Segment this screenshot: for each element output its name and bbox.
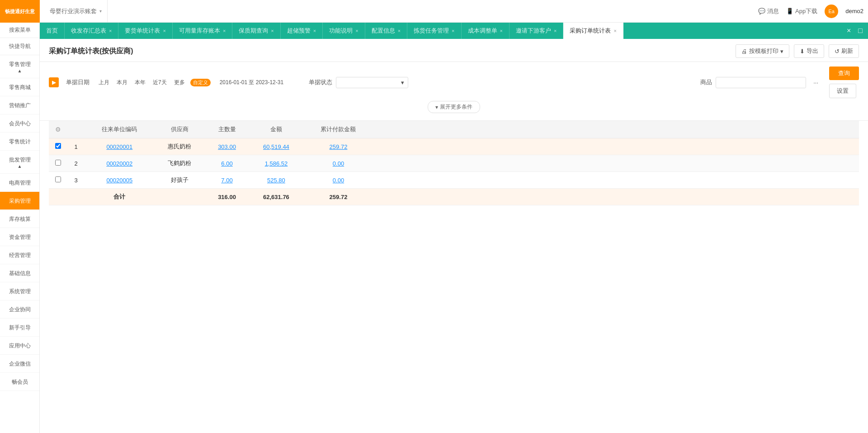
date-custom-badge[interactable]: 自定义 — [190, 79, 211, 86]
cell-payment-3[interactable]: 0.00 — [304, 172, 373, 189]
cell-quantity-3[interactable]: 7.00 — [205, 172, 248, 189]
query-button[interactable]: 查询 — [829, 67, 859, 80]
sidebar-item-operation[interactable]: 经营管理 — [0, 246, 39, 264]
sidebar-item-label-retail-mall: 零售商城 — [9, 84, 31, 91]
cell-checkbox-3[interactable] — [49, 172, 67, 189]
tab-invite-downstream[interactable]: 邀请下游客户× — [509, 23, 563, 39]
tab-close-purchase-order-summary[interactable]: × — [613, 28, 616, 33]
th-cumulative-payment: 累计付款金额 — [304, 121, 373, 138]
tab-cost-adjustment[interactable]: 成本调整单× — [462, 23, 509, 39]
sidebar-item-enterprise-wechat[interactable]: 企业微信 — [0, 355, 39, 373]
user-name[interactable]: demo2 — [845, 8, 863, 14]
row-checkbox-1[interactable] — [55, 143, 61, 149]
row-checkbox-3[interactable] — [55, 176, 61, 182]
cell-supplier-3: 好孩子 — [154, 172, 206, 189]
app-download-icon: 📱 — [786, 8, 793, 14]
tab-close-config-info[interactable]: × — [398, 28, 401, 33]
tab-available-inventory[interactable]: 可用量库存账本× — [173, 23, 232, 39]
footer-label-cell: 合计 — [85, 189, 154, 205]
filter-toggle-button[interactable]: ▶ — [49, 77, 59, 87]
sidebar-item-purchase-management[interactable]: 采购管理 — [0, 192, 39, 210]
sidebar-item-member[interactable]: 畅会员 — [0, 373, 39, 391]
template-print-button[interactable]: 🖨 按模板打印 ▾ — [736, 44, 789, 58]
date-shortcut-this-month[interactable]: 本月 — [115, 78, 129, 87]
sidebar-item-app-center[interactable]: 应用中心 — [0, 337, 39, 355]
export-button[interactable]: ⬇ 导出 — [794, 44, 824, 58]
tab-config-info[interactable]: 配置信息× — [365, 23, 407, 39]
tab-purchase-order-summary[interactable]: 采购订单统计表× — [563, 23, 623, 39]
cell-payment-2[interactable]: 0.00 — [304, 155, 373, 172]
date-shortcut-this-year[interactable]: 本年 — [133, 78, 147, 87]
cell-checkbox-1[interactable] — [49, 138, 67, 155]
cell-quantity-1[interactable]: 303.00 — [205, 138, 248, 155]
tab-expiry-query[interactable]: 保质期查询× — [232, 23, 280, 39]
tab-home[interactable]: 首页 — [40, 23, 65, 39]
sidebar-search[interactable]: 搜索菜单 — [0, 23, 39, 38]
sidebar-item-system[interactable]: 系统管理 — [0, 282, 39, 300]
sidebar-item-retail-mall[interactable]: 零售商城 — [0, 78, 39, 96]
tab-receive-summary[interactable]: 收发存汇总表× — [65, 23, 118, 39]
goods-input[interactable] — [716, 77, 806, 88]
status-select[interactable]: ▾ — [336, 77, 408, 88]
date-shortcut-last-month[interactable]: 上月 — [97, 78, 111, 87]
goods-more-button[interactable]: ··· — [810, 77, 822, 88]
tab-close-expiry-query[interactable]: × — [271, 28, 274, 33]
search-menu-label[interactable]: 搜索菜单 — [9, 26, 31, 34]
tab-label-config-info: 配置信息 — [372, 27, 395, 35]
sidebar-item-retail-management[interactable]: 零售管理▲ — [0, 55, 39, 78]
cell-payment-1[interactable]: 259.72 — [304, 138, 373, 155]
workspace-selector[interactable]: 母婴行业演示账套 ▾ — [44, 0, 108, 22]
tab-close-goods-summary[interactable]: × — [163, 28, 165, 33]
expand-more-conditions-button[interactable]: ▾ 展开更多条件 — [428, 101, 480, 113]
cell-amount-2[interactable]: 1,586.52 — [249, 155, 304, 172]
tab-close-invite-downstream[interactable]: × — [554, 28, 557, 33]
tab-picking-tasks[interactable]: 拣货任务管理× — [407, 23, 461, 39]
settings-button[interactable]: 设置 — [829, 84, 856, 98]
tab-close-picking-tasks[interactable]: × — [452, 28, 454, 33]
table-row[interactable]: 2 00020002 飞鹤奶粉 6.00 1,586.52 0.00 — [49, 155, 859, 172]
sidebar-item-arrow-wholesale-management: ▲ — [18, 164, 22, 169]
table-row[interactable]: 1 00020001 惠氏奶粉 303.00 60,519.44 259.72 — [49, 138, 859, 155]
sidebar-item-ecommerce[interactable]: 电商管理 — [0, 174, 39, 192]
row-checkbox-2[interactable] — [55, 160, 61, 166]
date-shortcut-7days[interactable]: 近7天 — [151, 78, 169, 87]
cell-quantity-2[interactable]: 6.00 — [205, 155, 248, 172]
tab-label-invite-downstream: 邀请下游客户 — [516, 27, 551, 35]
sidebar-item-retail-stats[interactable]: 零售统计 — [0, 133, 39, 151]
sidebar-item-inventory[interactable]: 库存核算 — [0, 210, 39, 228]
footer-seq-cell — [67, 189, 85, 205]
tab-function-desc[interactable]: 功能说明× — [323, 23, 365, 39]
restore-window-button[interactable]: □ — [856, 26, 864, 36]
tab-close-overstock-warning[interactable]: × — [313, 28, 316, 33]
cell-checkbox-2[interactable] — [49, 155, 67, 172]
app-download-button[interactable]: 📱 App下载 — [786, 7, 817, 15]
cell-code-3[interactable]: 00020005 — [85, 172, 154, 189]
tab-overstock-warning[interactable]: 超储预警× — [281, 23, 323, 39]
date-shortcut-more[interactable]: 更多 — [172, 78, 187, 87]
sidebar-item-wholesale-management[interactable]: 批发管理▲ — [0, 151, 39, 174]
sidebar-quick-nav[interactable]: 快捷导航 — [0, 38, 39, 55]
sidebar-item-marketing[interactable]: 营销推广 — [0, 96, 39, 114]
refresh-button[interactable]: ↺ 刷新 — [829, 44, 859, 58]
cell-amount-3[interactable]: 525.80 — [249, 172, 304, 189]
cell-code-2[interactable]: 00020002 — [85, 155, 154, 172]
tab-close-cost-adjustment[interactable]: × — [500, 28, 503, 33]
tab-close-function-desc[interactable]: × — [355, 28, 358, 33]
quick-nav-label[interactable]: 快捷导航 — [9, 41, 31, 52]
column-settings-icon[interactable]: ⚙ — [55, 126, 61, 133]
tab-goods-summary[interactable]: 要货单统计表× — [118, 23, 172, 39]
tab-close-receive-summary[interactable]: × — [109, 28, 112, 33]
table-row[interactable]: 3 00020005 好孩子 7.00 525.80 0.00 — [49, 172, 859, 189]
th-settings[interactable]: ⚙ — [49, 121, 67, 138]
cell-amount-1[interactable]: 60,519.44 — [249, 138, 304, 155]
sidebar-item-new-guide[interactable]: 新手引导 — [0, 319, 39, 337]
cell-code-1[interactable]: 00020001 — [85, 138, 154, 155]
tab-close-available-inventory[interactable]: × — [223, 28, 226, 33]
close-all-tabs-button[interactable]: × — [845, 26, 853, 36]
message-button[interactable]: 💬 消息 — [758, 7, 779, 15]
sidebar-item-enterprise-collab[interactable]: 企业协同 — [0, 300, 39, 319]
sidebar-item-member-center[interactable]: 会员中心 — [0, 114, 39, 133]
sidebar-item-finance[interactable]: 资金管理 — [0, 228, 39, 246]
sidebar-item-basic-info[interactable]: 基础信息 — [0, 264, 39, 282]
th-main-quantity: 主数量 — [205, 121, 248, 138]
